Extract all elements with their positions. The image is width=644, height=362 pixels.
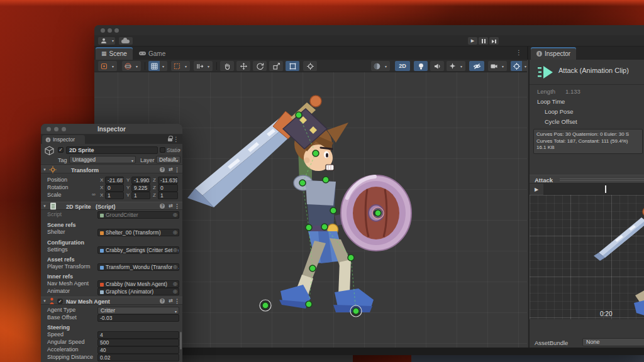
account-button[interactable]: ▾ xyxy=(98,37,115,45)
animator-field[interactable]: Graphics (Animator)◎ xyxy=(97,288,179,295)
navmesh-component-header[interactable]: ▼ ✓ Nav Mesh Agent ⇄ ⋮ xyxy=(41,297,182,305)
object-picker-icon[interactable]: ◎ xyxy=(172,212,178,218)
scene-visibility-toggle[interactable] xyxy=(469,61,484,71)
rotate-tool-button[interactable] xyxy=(253,61,267,71)
scale-y-field[interactable]: 1 xyxy=(131,192,150,199)
scale-tool-button[interactable] xyxy=(269,61,283,71)
foldout-arrow[interactable]: ▼ xyxy=(43,168,47,172)
loop-pose-row[interactable]: Loop Pose xyxy=(530,108,644,116)
shelter-field[interactable]: Shelter_00 (Transform)◎ xyxy=(97,229,179,236)
tab-inspector[interactable]: Inspector xyxy=(42,135,85,144)
transform-tool-button[interactable] xyxy=(303,61,317,71)
active-checkbox[interactable]: ✓ xyxy=(58,147,64,153)
tab-scene[interactable]: ▦ Scene xyxy=(96,47,133,60)
tag-dropdown[interactable]: Untagged▾ xyxy=(69,156,136,163)
rotation-z-field[interactable]: 0 xyxy=(158,184,178,192)
camera-preview-button[interactable]: ▾ xyxy=(488,61,507,71)
effects-toggle[interactable]: ▾ xyxy=(447,61,465,71)
player-transform-field[interactable]: Transform_Wondu (Transform Ar◎ xyxy=(97,263,179,271)
agent-type-dropdown[interactable]: Critter▾ xyxy=(97,307,179,314)
scale-x-field[interactable]: 1 xyxy=(105,192,124,199)
script-field[interactable]: GroundCritter◎ xyxy=(97,211,179,219)
static-flags-caret[interactable]: ▾ xyxy=(179,148,180,152)
static-checkbox[interactable] xyxy=(160,147,165,153)
stopping-distance-field[interactable]: 0.02 xyxy=(97,354,179,361)
position-z-field[interactable]: -11.6397 xyxy=(158,177,178,184)
account-icon xyxy=(101,38,106,44)
script-component-header[interactable]: ▼ 2D Sprite (Script) ⇄ ⋮ xyxy=(41,202,182,210)
floating-window-titlebar[interactable]: Inspector xyxy=(41,124,182,134)
window-zoom-button[interactable] xyxy=(114,28,119,33)
layer-dropdown[interactable]: Default▾ xyxy=(156,156,180,163)
inspector-scrollbar[interactable] xyxy=(180,332,182,349)
object-picker-icon[interactable]: ◎ xyxy=(172,288,178,295)
transform-component-header[interactable]: ▼ Transform ⇄ ⋮ xyxy=(41,165,182,173)
audio-toggle[interactable] xyxy=(430,61,444,71)
assetbundle-dropdown[interactable]: None xyxy=(582,338,644,346)
cloud-services-button[interactable] xyxy=(119,37,133,45)
window-close-button[interactable] xyxy=(101,28,105,33)
move-snap-button[interactable]: ▾ xyxy=(194,61,213,71)
enabled-checkbox[interactable]: ✓ xyxy=(57,299,62,304)
window-minimize-button[interactable] xyxy=(108,28,112,33)
preview-timeline[interactable]: ▶ xyxy=(530,184,644,195)
tab-game[interactable]: Game xyxy=(133,47,171,60)
preview-header[interactable]: Attack xyxy=(530,175,644,184)
rotation-x-field[interactable]: 0 xyxy=(105,184,124,192)
object-picker-icon[interactable]: ◎ xyxy=(172,229,178,236)
help-icon[interactable] xyxy=(160,299,165,304)
loop-time-row[interactable]: Loop Time xyxy=(530,98,644,106)
component-menu-button[interactable]: ⋮ xyxy=(174,167,180,173)
foldout-arrow[interactable]: ▼ xyxy=(43,299,47,303)
animation-preview-viewport[interactable] xyxy=(530,195,644,319)
preview-drag-handle[interactable] xyxy=(560,178,644,181)
rect-tool-button[interactable] xyxy=(286,61,299,71)
gizmo-pivot-button[interactable]: ▾ xyxy=(122,61,141,71)
speed-field[interactable]: 4 xyxy=(97,331,179,339)
2d-mode-toggle[interactable]: 2D xyxy=(395,61,410,71)
scene-view-menu-button[interactable]: ⋮ xyxy=(516,49,522,56)
tab-inspector[interactable]: Inspector xyxy=(531,47,576,60)
object-picker-icon[interactable]: ◎ xyxy=(172,264,178,270)
hand-tool-button[interactable] xyxy=(220,61,234,71)
preset-icon[interactable]: ⇄ xyxy=(169,298,173,304)
gameobject-name-field[interactable]: 2D Sprite xyxy=(66,146,158,154)
gizmos-toggle[interactable]: ▾ xyxy=(511,61,530,71)
base-offset-field[interactable]: -0.03 xyxy=(97,314,179,322)
step-button[interactable] xyxy=(489,37,499,45)
nav-mesh-agent-field[interactable]: Crabby (Nav Mesh Agent)◎ xyxy=(97,280,179,288)
preview-play-button[interactable]: ▶ xyxy=(530,184,543,195)
grid-snap-button[interactable]: ▾ xyxy=(148,61,167,71)
angular-speed-field[interactable]: 500 xyxy=(97,339,179,346)
unity-titlebar[interactable] xyxy=(94,25,644,35)
object-picker-icon[interactable]: ◎ xyxy=(172,247,178,253)
move-tool-button[interactable] xyxy=(236,61,250,71)
help-icon[interactable] xyxy=(160,204,165,209)
object-picker-icon[interactable]: ◎ xyxy=(172,281,178,287)
component-menu-button[interactable]: ⋮ xyxy=(174,203,180,209)
preset-icon[interactable]: ⇄ xyxy=(169,203,173,209)
tool-settings-button[interactable]: ▾ xyxy=(98,61,117,71)
link-scale-icon[interactable]: ∞ xyxy=(92,192,96,197)
increment-snap-icon xyxy=(171,61,182,71)
scale-z-field[interactable]: 1 xyxy=(158,192,178,199)
help-icon[interactable] xyxy=(160,167,165,172)
pause-button[interactable] xyxy=(479,37,488,45)
settings-field[interactable]: Crabby_Settings (Critter Settings◎ xyxy=(97,246,179,254)
component-menu-button[interactable]: ⋮ xyxy=(174,298,180,304)
rotation-y-field[interactable]: 9.225 xyxy=(131,184,150,192)
position-y-field[interactable]: -1.99035 xyxy=(131,177,150,184)
preview-playhead[interactable] xyxy=(605,185,606,193)
play-button[interactable]: ▶ xyxy=(468,37,477,45)
shading-mode-button[interactable]: ▾ xyxy=(371,61,390,71)
position-x-field[interactable]: -21.6876 xyxy=(105,177,124,184)
increment-snap-button[interactable]: ▾ xyxy=(171,61,190,71)
rotation-row: Rotation X 0 Y 9.225 Z 0 xyxy=(41,184,182,191)
cycle-offset-row[interactable]: Cycle Offset xyxy=(530,118,644,126)
lock-icon[interactable] xyxy=(168,138,172,141)
inspector-menu-button[interactable]: ⋮ xyxy=(173,136,179,143)
lighting-toggle[interactable] xyxy=(414,61,428,71)
preset-icon[interactable]: ⇄ xyxy=(169,167,173,172)
acceleration-field[interactable]: 40 xyxy=(97,346,179,354)
foldout-arrow[interactable]: ▼ xyxy=(43,204,47,208)
